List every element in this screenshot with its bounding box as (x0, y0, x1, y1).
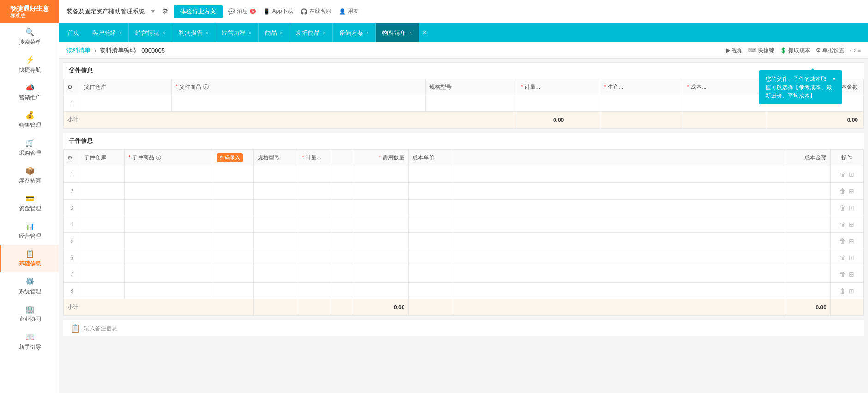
child-cell-goods-8[interactable] (125, 283, 213, 299)
nav-tab-history[interactable]: 经营历程 × (215, 23, 258, 42)
view-btn[interactable]: ▶ 视频 (726, 47, 743, 54)
delete-icon-3[interactable]: 🗑 (839, 204, 846, 212)
child-cell-scan-4[interactable] (213, 216, 254, 233)
child-cell-warehouse-1[interactable] (80, 166, 125, 183)
parent-cell-cost-1[interactable] (683, 95, 766, 112)
tab-close-operation-status[interactable]: × (162, 30, 165, 36)
message-icon-item[interactable]: 💬 消息 6 (228, 7, 256, 15)
sidebar-item-inventory[interactable]: 📦库存核算 (0, 162, 59, 189)
tab-close-goods[interactable]: × (280, 30, 283, 36)
child-cell-unitcost-4[interactable] (409, 216, 453, 233)
nav-tab-operation-status[interactable]: 经营情况 × (129, 23, 172, 42)
child-cell-qty-7[interactable] (353, 266, 409, 283)
single-settings-btn[interactable]: ⚙ 单据设置 (816, 47, 844, 54)
tooltip-close-btn[interactable]: × (832, 75, 836, 83)
parent-col-gear[interactable]: ⚙ (64, 79, 80, 95)
child-cell-spec-6[interactable] (254, 249, 298, 266)
child-cell-spec-5[interactable] (254, 233, 298, 249)
nav-tab-home[interactable]: 首页 (61, 23, 86, 42)
tab-close-history[interactable]: × (248, 30, 251, 36)
child-cell-goods-5[interactable] (125, 233, 213, 249)
child-cell-scan-8[interactable] (213, 283, 254, 299)
child-cell-unit-4[interactable] (298, 216, 331, 233)
delete-icon-4[interactable]: 🗑 (839, 221, 846, 228)
child-cell-goods-1[interactable] (125, 166, 213, 183)
sidebar-item-search[interactable]: 🔍搜索菜单 (0, 23, 59, 51)
tab-close-profit[interactable]: × (205, 30, 208, 36)
sidebar-item-system[interactable]: ⚙️系统管理 (0, 272, 59, 300)
child-cell-unit-1[interactable] (298, 166, 331, 183)
delete-icon-2[interactable]: 🗑 (839, 187, 846, 195)
child-cell-qty-2[interactable] (353, 183, 409, 200)
delete-icon-1[interactable]: 🗑 (839, 171, 846, 178)
tab-close-barcode[interactable]: × (366, 30, 369, 36)
settings-icon[interactable]: ⚙ (162, 7, 168, 16)
grid-icon[interactable]: ≡ (857, 47, 861, 54)
nav-tab-barcode[interactable]: 条码方案 × (333, 23, 376, 42)
child-cell-goods-3[interactable] (125, 200, 213, 216)
child-cell-warehouse-6[interactable] (80, 249, 125, 266)
copy-icon-3[interactable]: ⊞ (849, 204, 854, 212)
nav-tab-goods[interactable]: 商品 × (259, 23, 289, 42)
child-cell-qty-5[interactable] (353, 233, 409, 249)
next-icon[interactable]: › (854, 47, 856, 54)
child-cell-unit-6[interactable] (298, 249, 331, 266)
tab-close-bom[interactable]: × (409, 30, 412, 36)
child-cell-amount-1[interactable] (786, 166, 830, 183)
child-cell-unitcost-7[interactable] (409, 266, 453, 283)
sidebar-item-operation[interactable]: 📊经营管理 (0, 217, 59, 245)
delete-icon-5[interactable]: 🗑 (839, 237, 846, 245)
child-cell-unit-8[interactable] (298, 283, 331, 299)
nav-tab-new-goods[interactable]: 新增商品 × (289, 23, 332, 42)
scan-input-btn[interactable]: 扫码录入 (217, 153, 243, 162)
sidebar-item-purchase[interactable]: 🛒采购管理 (0, 134, 59, 162)
child-cell-qty-4[interactable] (353, 216, 409, 233)
child-cell-scan-5[interactable] (213, 233, 254, 249)
online-service-item[interactable]: 🎧 在线客服 (301, 7, 332, 15)
nav-tab-bom[interactable]: 物料清单 × (376, 23, 419, 42)
child-cell-amount-6[interactable] (786, 249, 830, 266)
child-cell-spec-4[interactable] (254, 216, 298, 233)
try-button[interactable]: 体验行业方案 (174, 5, 223, 18)
child-cell-spec-1[interactable] (254, 166, 298, 183)
copy-icon-8[interactable]: ⊞ (849, 287, 854, 295)
tab-close-new-goods[interactable]: × (323, 30, 326, 36)
tab-close-customer[interactable]: × (119, 30, 122, 36)
child-cell-scan-3[interactable] (213, 200, 254, 216)
child-cell-unitcost-1[interactable] (409, 166, 453, 183)
breadcrumb-parent[interactable]: 物料清单 (66, 46, 90, 54)
child-cell-unitcost-3[interactable] (409, 200, 453, 216)
child-cell-unitcost-5[interactable] (409, 233, 453, 249)
child-cell-warehouse-5[interactable] (80, 233, 125, 249)
cost-btn[interactable]: 💲 提取成本 (780, 47, 810, 54)
child-cell-qty-8[interactable] (353, 283, 409, 299)
child-cell-scan-6[interactable] (213, 249, 254, 266)
parent-cell-unit-1[interactable] (517, 95, 600, 112)
copy-icon-4[interactable]: ⊞ (849, 221, 854, 228)
child-cell-warehouse-7[interactable] (80, 266, 125, 283)
close-all-tabs[interactable]: × (419, 29, 431, 37)
nav-tab-profit[interactable]: 利润报告 × (172, 23, 215, 42)
child-cell-qty-3[interactable] (353, 200, 409, 216)
child-cell-goods-4[interactable] (125, 216, 213, 233)
child-cell-amount-2[interactable] (786, 183, 830, 200)
child-cell-qty-6[interactable] (353, 249, 409, 266)
copy-icon-5[interactable]: ⊞ (849, 237, 854, 245)
child-cell-unit-7[interactable] (298, 266, 331, 283)
child-cell-unit-2[interactable] (298, 183, 331, 200)
copy-icon-6[interactable]: ⊞ (849, 254, 854, 261)
sidebar-item-corp[interactable]: 🏢企业协同 (0, 300, 59, 328)
copy-icon-1[interactable]: ⊞ (849, 171, 854, 178)
dropdown-arrow[interactable]: ▼ (150, 8, 156, 15)
sidebar-item-finance[interactable]: 💳资金管理 (0, 189, 59, 217)
child-cell-amount-8[interactable] (786, 283, 830, 299)
child-cell-unitcost-8[interactable] (409, 283, 453, 299)
sidebar-item-sales[interactable]: 💰销售管理 (0, 106, 59, 134)
child-cell-goods-7[interactable] (125, 266, 213, 283)
child-cell-unitcost-6[interactable] (409, 249, 453, 266)
child-cell-amount-4[interactable] (786, 216, 830, 233)
sidebar-item-basic[interactable]: 📋基础信息 (0, 245, 59, 272)
parent-cell-produce-1[interactable] (600, 95, 683, 112)
app-download-item[interactable]: 📱 App下载 (263, 7, 293, 15)
child-cell-warehouse-4[interactable] (80, 216, 125, 233)
